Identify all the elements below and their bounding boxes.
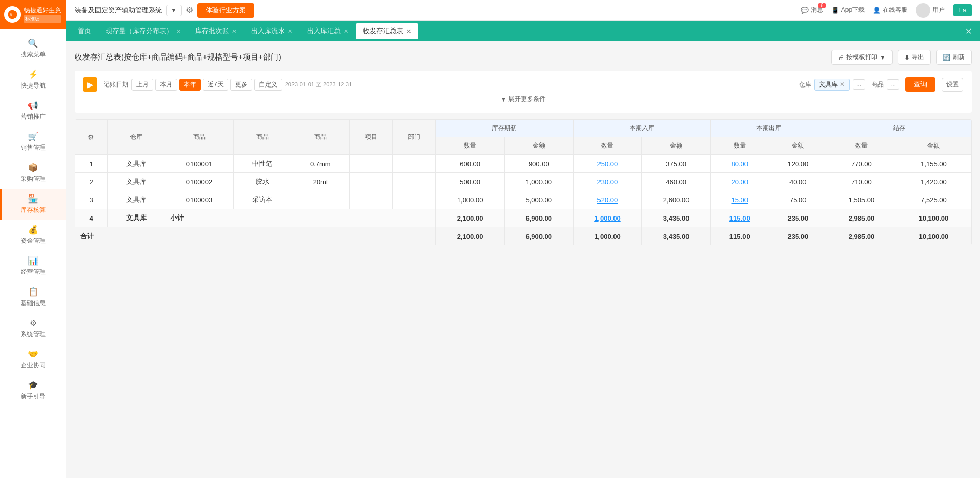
sidebar-item-shortcut[interactable]: ⚡ 快捷导航 [0, 64, 66, 95]
date-range-display: 2023-01-01 至 2023-12-31 [285, 81, 353, 89]
warehouse-ellipsis-button[interactable]: ... [853, 79, 865, 90]
ea-button[interactable]: Ea [953, 4, 972, 16]
row-out-qty[interactable]: 15.00 [710, 191, 769, 209]
out-qty-link[interactable]: 15.00 [731, 196, 748, 204]
logo-main-text: 畅捷通好生意 [24, 6, 61, 15]
col-goods-name-header: 商品 [233, 120, 291, 155]
bell-icon: 💬 [801, 7, 809, 14]
row-in-qty[interactable]: 520.00 [573, 191, 642, 209]
system-selector[interactable]: ▼ [166, 5, 182, 16]
tab-close-flow[interactable]: ✕ [288, 28, 292, 35]
online-service[interactable]: 👤 在线客服 [873, 6, 908, 15]
out-qty-link[interactable]: 80.00 [731, 160, 748, 168]
subtotal-in-qty: 1,000.00 [573, 209, 642, 227]
filter-toggle-button[interactable]: ▶ [83, 77, 97, 92]
in-qty-link[interactable]: 520.00 [597, 196, 618, 204]
sidebar-item-operations[interactable]: 📊 经营管理 [0, 251, 66, 282]
print-dropdown-icon: ▼ [880, 54, 886, 61]
sidebar-item-finance[interactable]: 💰 资金管理 [0, 220, 66, 251]
page-content: 收发存汇总表(按仓库+商品编码+商品+规格型号+项目+部门) 🖨 按模板打印 ▼… [66, 41, 980, 478]
in-amt-header: 金额 [642, 137, 711, 155]
row-out-qty[interactable]: 20.00 [710, 173, 769, 191]
row-balance-qty: 1,505.00 [827, 191, 896, 209]
subtotal-in-qty-link[interactable]: 1,000.00 [594, 214, 621, 222]
tab-close-inventory-distribution[interactable]: ✕ [176, 28, 181, 35]
date-btn-more[interactable]: 更多 [230, 79, 252, 91]
row-goods-code: 0100001 [165, 155, 234, 173]
settings-gear-icon[interactable]: ⚙ [186, 5, 193, 15]
table-row: 2 文具库 0100002 胶水 20ml 500.00 1,000.00 23… [75, 173, 972, 191]
export-btn-label: 导出 [912, 53, 924, 62]
tab-flow-label: 出入库流水 [251, 26, 285, 36]
print-template-button[interactable]: 🖨 按模板打印 ▼ [831, 50, 893, 65]
row-out-qty[interactable]: 80.00 [710, 155, 769, 173]
system-selector-text: ▼ [171, 7, 177, 14]
out-qty-link[interactable]: 20.00 [731, 178, 748, 186]
print-icon: 🖨 [838, 54, 844, 61]
settings-button[interactable]: 设置 [942, 78, 963, 92]
trial-button[interactable]: 体验行业方案 [197, 3, 254, 18]
sidebar-item-marketing[interactable]: 📢 营销推广 [0, 95, 66, 126]
notification-bell[interactable]: 💬 消息 6 [801, 6, 823, 15]
date-btn-this-month[interactable]: 本月 [155, 79, 177, 91]
col-settings-header[interactable]: ⚙ [75, 120, 108, 155]
in-qty-link[interactable]: 230.00 [597, 178, 618, 186]
row-goods-code: 0100003 [165, 191, 234, 209]
row-balance-amt: 7,525.00 [896, 191, 971, 209]
subtotal-balance-qty: 2,985.00 [827, 209, 896, 227]
opening-qty-header: 数量 [436, 137, 505, 155]
row-balance-amt: 1,420.00 [896, 173, 971, 191]
row-in-qty[interactable]: 230.00 [573, 173, 642, 191]
query-button[interactable]: 查询 [905, 77, 935, 92]
user-menu[interactable]: 用户 [916, 3, 945, 18]
sidebar-item-purchase[interactable]: 📦 采购管理 [0, 157, 66, 189]
row-in-qty[interactable]: 250.00 [573, 155, 642, 173]
sidebar-item-basics[interactable]: 📋 基础信息 [0, 282, 66, 313]
tab-batch[interactable]: 库存批次账 ✕ [188, 23, 244, 39]
sidebar-item-search[interactable]: 🔍 搜索菜单 [0, 33, 66, 64]
row-no: 1 [75, 155, 108, 173]
date-btn-custom[interactable]: 自定义 [254, 79, 282, 91]
sidebar-item-cooperation[interactable]: 🤝 企业协同 [0, 344, 66, 375]
close-all-tabs-icon[interactable]: ✕ [961, 26, 976, 36]
tab-home[interactable]: 首页 [70, 23, 98, 39]
print-btn-label: 按模板打印 [846, 53, 877, 62]
tab-batch-label: 库存批次账 [195, 26, 229, 36]
tab-close-summary[interactable]: ✕ [344, 28, 348, 35]
date-buttons: 上月 本月 本年 近7天 更多 自定义 [131, 79, 282, 91]
expand-conditions-button[interactable]: ▼ 展开更多条件 [501, 95, 546, 104]
in-qty-link[interactable]: 250.00 [597, 160, 618, 168]
tab-collection-summary[interactable]: 收发存汇总表 ✕ [356, 23, 418, 39]
tab-close-batch[interactable]: ✕ [232, 28, 237, 35]
date-btn-this-year[interactable]: 本年 [179, 79, 201, 91]
row-opening-amt: 5,000.00 [504, 191, 573, 209]
app-download[interactable]: 📱 App下载 [831, 6, 865, 15]
date-btn-last-month[interactable]: 上月 [131, 79, 153, 91]
row-goods-spec: 20ml [291, 173, 350, 191]
tab-flow[interactable]: 出入库流水 ✕ [244, 23, 300, 39]
finance-icon: 💰 [28, 225, 38, 235]
sidebar-item-system[interactable]: ⚙ 系统管理 [0, 313, 66, 344]
data-table: ⚙ 仓库 商品 商品 商品 项目 部门 库存期初 本期入库 本期出库 结存 [75, 119, 972, 245]
row-project [349, 155, 392, 173]
warehouse-tag-close[interactable]: ✕ [840, 81, 845, 88]
refresh-button[interactable]: 🔄 刷新 [936, 50, 972, 65]
warehouse-tag-text: 文具库 [819, 80, 838, 89]
user-label: 用户 [932, 6, 945, 15]
row-opening-qty: 600.00 [436, 155, 505, 173]
sidebar-item-sales[interactable]: 🛒 销售管理 [0, 126, 66, 157]
tab-summary[interactable]: 出入库汇总 ✕ [300, 23, 356, 39]
total-out-qty: 115.00 [710, 227, 769, 245]
subtotal-out-qty-link[interactable]: 115.00 [729, 214, 750, 222]
goods-ellipsis-button[interactable]: ... [887, 79, 899, 90]
tab-inventory-distribution[interactable]: 现存量（库存分布表） ✕ [98, 23, 188, 39]
export-button[interactable]: ⬇ 导出 [898, 50, 931, 65]
tab-bar: 首页 现存量（库存分布表） ✕ 库存批次账 ✕ 出入库流水 ✕ 出入库汇总 ✕ … [66, 21, 980, 41]
logo-badge: 标准版 [24, 15, 61, 23]
sidebar-item-guide[interactable]: 🎓 新手引导 [0, 375, 66, 406]
row-goods-spec: 0.7mm [291, 155, 350, 173]
date-btn-7days[interactable]: 近7天 [203, 79, 228, 91]
sidebar-item-inventory[interactable]: 🏪 库存核算 [0, 189, 66, 220]
tab-close-collection-summary[interactable]: ✕ [406, 28, 411, 35]
user-avatar [916, 3, 930, 18]
